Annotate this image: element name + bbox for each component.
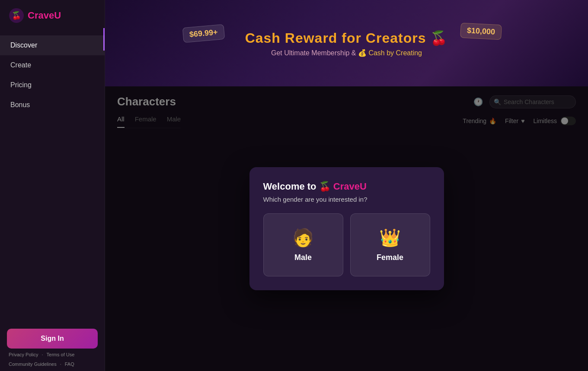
gender-selection-modal: Welcome to 🍒 CraveU Which gender are you… — [249, 167, 444, 290]
promo-banner: $69.99+ Cash Reward for Creators 🍒 Get U… — [105, 0, 588, 86]
female-label: Female — [377, 253, 403, 262]
gender-options: 🧑 Male 👑 Female — [263, 213, 430, 276]
modal-title-prefix: Welcome to — [263, 181, 316, 192]
footer-separator-2: · — [60, 361, 61, 367]
faq-link[interactable]: FAQ — [65, 361, 74, 367]
sidebar-nav: Discover Create Pricing Bonus — [0, 31, 105, 322]
sign-in-button[interactable]: Sign In — [7, 329, 98, 349]
terms-of-use-link[interactable]: Terms of Use — [47, 352, 75, 360]
privacy-policy-link[interactable]: Privacy Policy — [9, 352, 38, 360]
male-label: Male — [294, 253, 312, 262]
modal-title: Welcome to 🍒 CraveU — [263, 181, 430, 192]
banner-title-icon: 🍒 — [430, 30, 448, 46]
female-emoji: 👑 — [379, 228, 401, 248]
banner-title: Cash Reward for Creators 🍒 — [245, 30, 448, 46]
modal-title-app: CraveU — [333, 181, 367, 192]
characters-section: Characters 🕐 🔍 All Female Male Trending … — [105, 86, 588, 371]
main-content: $69.99+ Cash Reward for Creators 🍒 Get U… — [105, 0, 588, 371]
sidebar-item-bonus[interactable]: Bonus — [0, 95, 105, 115]
banner-subtitle: Get Ultimate Membership & 💰 Cash by Crea… — [245, 49, 448, 57]
banner-price-tag: $69.99+ — [182, 24, 225, 43]
modal-subtitle: Which gender are you interested in? — [263, 196, 430, 203]
banner-subtitle-suffix: Cash by Creating — [368, 49, 422, 57]
banner-subtitle-prefix: Get Ultimate Membership & — [271, 49, 356, 57]
banner-money-icon: 💰 — [358, 49, 367, 57]
modal-overlay[interactable]: Welcome to 🍒 CraveU Which gender are you… — [105, 86, 588, 371]
modal-title-icon: 🍒 — [319, 181, 333, 192]
male-emoji: 🧑 — [292, 228, 314, 248]
sidebar-item-pricing[interactable]: Pricing — [0, 75, 105, 95]
footer-links: Privacy Policy · Terms of Use Community … — [7, 349, 98, 367]
logo-area: 🍒 CraveU — [0, 0, 105, 31]
sidebar-item-discover[interactable]: Discover — [0, 35, 105, 55]
community-guidelines-link[interactable]: Community Guidelines — [9, 361, 57, 367]
gender-card-female[interactable]: 👑 Female — [350, 213, 430, 276]
gender-card-male[interactable]: 🧑 Male — [263, 213, 343, 276]
logo-icon: 🍒 — [9, 8, 24, 23]
svg-text:🍒: 🍒 — [12, 11, 22, 20]
logo-text: CraveU — [28, 10, 61, 21]
sidebar-item-create[interactable]: Create — [0, 55, 105, 75]
sidebar: 🍒 CraveU Discover Create Pricing Bonus S… — [0, 0, 105, 371]
banner-reward-tag: $10,000 — [460, 23, 502, 40]
footer-separator-1: · — [42, 352, 43, 360]
sidebar-footer: Sign In Privacy Policy · Terms of Use Co… — [0, 322, 105, 371]
banner-title-text: Cash Reward for Creators — [245, 30, 426, 46]
banner-center-content: Cash Reward for Creators 🍒 Get Ultimate … — [245, 30, 448, 57]
